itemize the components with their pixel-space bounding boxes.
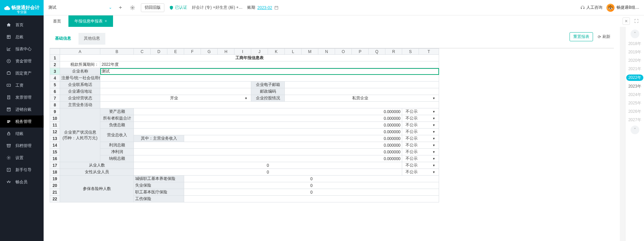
year-item[interactable]: 2026年 — [628, 109, 641, 114]
col-header[interactable]: K — [268, 49, 285, 55]
input-addr[interactable] — [100, 88, 251, 95]
close-all-tabs-button[interactable]: ✕ — [623, 17, 630, 25]
year-down-button[interactable]: ˅ — [631, 126, 639, 134]
year-item[interactable]: 2025年 — [628, 100, 641, 106]
sidebar-item-home[interactable]: 首页 — [0, 19, 44, 31]
tab-annual-report[interactable]: 年报信息申报表 × — [68, 15, 113, 27]
row-header[interactable]: 6 — [50, 88, 60, 95]
select-disclosure[interactable]: 不公示▼ — [402, 122, 439, 129]
col-header[interactable]: T — [419, 49, 439, 55]
sidebar-item-guide[interactable]: 新手引导 — [0, 164, 44, 176]
value-ins-medical[interactable]: 0 — [184, 189, 439, 196]
year-item[interactable]: 2027年 — [628, 117, 641, 123]
select-holding[interactable]: 私营企业▼ — [285, 95, 439, 102]
sidebar-item-ledger[interactable]: 总账 — [0, 31, 44, 43]
add-icon[interactable]: ＋ — [117, 4, 124, 11]
value-rev-main[interactable]: 0.000000 — [184, 135, 402, 142]
sidebar-item-settings[interactable]: 设置 — [0, 152, 44, 164]
row-header[interactable]: 9 — [50, 108, 60, 115]
year-item[interactable]: 2023年 — [628, 84, 641, 89]
row-header[interactable]: 22 — [50, 196, 60, 202]
year-item[interactable]: 2019年 — [628, 49, 641, 55]
expand-icon[interactable]: ⛶ — [633, 17, 640, 25]
value-tax-total[interactable]: 0.000000 — [134, 155, 402, 162]
year-up-button[interactable]: ˄ — [631, 30, 639, 38]
sidebar-item-salary[interactable]: 工资 — [0, 79, 44, 91]
user-menu[interactable]: 🐯 畅捷通B组… — [606, 4, 639, 12]
sidebar-item-tax[interactable]: 税务管理 — [0, 115, 44, 128]
select-disclosure[interactable]: 不公示▼ — [402, 115, 439, 122]
value-owner-equity[interactable]: 0.000000 — [134, 115, 402, 122]
close-icon[interactable]: × — [105, 19, 107, 23]
row-header[interactable]: 17 — [50, 162, 60, 169]
select-disclosure[interactable]: 不公示▼ — [402, 149, 439, 155]
col-header[interactable]: L — [285, 49, 302, 55]
gear-icon[interactable] — [129, 4, 136, 11]
input-phone[interactable] — [100, 82, 251, 88]
input-mainbiz[interactable] — [100, 102, 439, 108]
row-header[interactable]: 7 — [50, 95, 60, 102]
year-item[interactable]: 2024年 — [628, 92, 641, 98]
value-ins-injury[interactable] — [184, 196, 439, 202]
row-header[interactable]: 18 — [50, 169, 60, 176]
year-item-active[interactable]: 2022年 — [626, 75, 643, 81]
value-rev-total[interactable]: 0.000000 — [134, 129, 402, 135]
input-postcode[interactable] — [285, 88, 439, 95]
row-header[interactable]: 1 — [50, 55, 60, 61]
switch-old-button[interactable]: 切回旧版 — [141, 3, 164, 12]
row-header[interactable]: 5 — [50, 82, 60, 88]
row-header[interactable]: 20 — [50, 182, 60, 189]
value-female-emp[interactable]: 0 — [134, 169, 402, 176]
select-disclosure[interactable]: 不公示▼ — [402, 155, 439, 162]
row-header[interactable]: 8 — [50, 102, 60, 108]
sidebar-item-archive[interactable]: 归档管理 — [0, 140, 44, 152]
row-header[interactable]: 13 — [50, 135, 60, 142]
col-header[interactable]: B — [100, 49, 134, 55]
col-header[interactable]: G — [201, 49, 218, 55]
col-header[interactable]: O — [335, 49, 352, 55]
select-disclosure[interactable]: 不公示▼ — [402, 169, 439, 176]
select-disclosure[interactable]: 不公示▼ — [402, 135, 439, 142]
spreadsheet[interactable]: A B C D E F G H I J K L — [50, 48, 614, 241]
col-header[interactable]: C — [134, 49, 151, 55]
input-company-name[interactable]: 测试 — [100, 68, 439, 75]
col-header[interactable]: S — [402, 49, 419, 55]
select-disclosure[interactable]: 不公示▼ — [402, 108, 439, 115]
value-asset-total[interactable]: 0.000000 — [134, 108, 402, 115]
period-select[interactable]: 账期 2023-02 — [247, 5, 279, 10]
reset-report-button[interactable]: 重置报表 — [570, 32, 593, 41]
sidebar-item-funds[interactable]: ¥资金管理 — [0, 55, 44, 67]
value-employees[interactable]: 0 — [134, 162, 402, 169]
scrollbar[interactable] — [620, 27, 625, 241]
select-disclosure[interactable]: 不公示▼ — [402, 129, 439, 135]
year-item[interactable]: 2020年 — [628, 58, 641, 63]
row-header[interactable]: 12 — [50, 129, 60, 135]
sheet-tab-other[interactable]: 其他信息 — [78, 33, 105, 45]
sheet-tab-basic[interactable]: 基础信息 — [50, 33, 76, 45]
row-header[interactable]: 11 — [50, 122, 60, 129]
select-status[interactable]: 开业▼ — [100, 95, 251, 102]
row-header[interactable]: 2 — [50, 61, 60, 68]
value-profit-total[interactable]: 0.000000 — [134, 142, 402, 149]
col-header[interactable]: P — [352, 49, 369, 55]
value-ins-pension[interactable]: 0 — [184, 176, 439, 182]
sidebar-item-assets[interactable]: 固定资产 — [0, 67, 44, 79]
refresh-button[interactable]: ⟳ 刷新 — [598, 34, 610, 40]
col-header[interactable]: F — [184, 49, 201, 55]
row-header[interactable]: 3 — [50, 68, 60, 75]
row-header[interactable]: 16 — [50, 155, 60, 162]
col-header[interactable]: A — [60, 49, 100, 55]
col-header[interactable]: N — [318, 49, 335, 55]
row-header[interactable]: 14 — [50, 142, 60, 149]
tab-home[interactable]: 首页 — [47, 15, 67, 27]
col-header[interactable]: H — [218, 49, 234, 55]
col-header[interactable]: E — [167, 49, 184, 55]
select-disclosure[interactable]: 不公示▼ — [402, 162, 439, 169]
select-disclosure[interactable]: 不公示▼ — [402, 142, 439, 149]
row-header[interactable]: 4 — [50, 75, 60, 82]
row-header[interactable]: 10 — [50, 115, 60, 122]
sidebar-item-invoice[interactable]: 发票管理 — [0, 91, 44, 103]
col-header[interactable]: Q — [369, 49, 385, 55]
col-header[interactable]: R — [385, 49, 402, 55]
col-header[interactable]: M — [302, 49, 318, 55]
